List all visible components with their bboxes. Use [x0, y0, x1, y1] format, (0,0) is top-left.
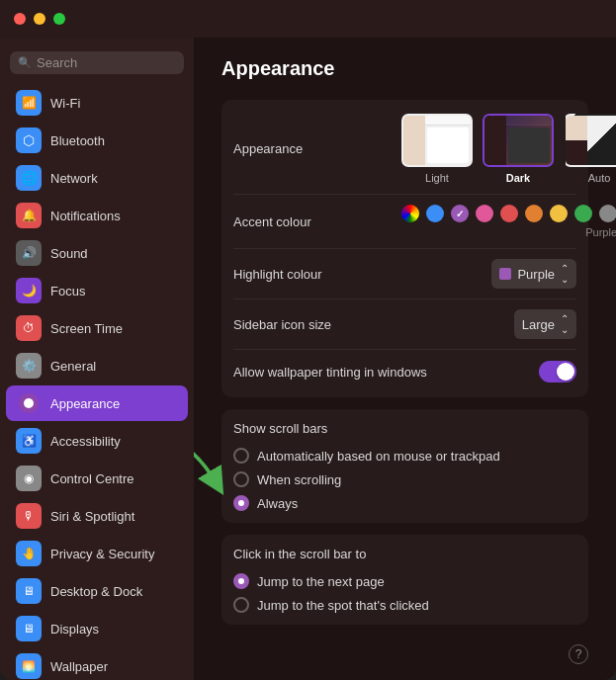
sidebar-label-screentime: Screen Time [50, 321, 123, 336]
sidebar-item-privacy[interactable]: 🤚 Privacy & Security [6, 536, 188, 571]
accent-dot-red[interactable] [500, 205, 518, 222]
sidebar-item-wifi[interactable]: 📶 Wi-Fi [6, 85, 188, 121]
theme-label-light: Light [425, 172, 449, 184]
maximize-button[interactable] [53, 13, 65, 25]
theme-label-dark: Dark [506, 172, 530, 184]
theme-thumb-dark [483, 114, 554, 167]
arrow-annotation [194, 429, 231, 498]
appearance-control: Light Dark [401, 114, 616, 184]
displays-icon: 🖥 [16, 616, 42, 641]
scroll-bars-block: Show scroll bars Automatically based on … [221, 409, 588, 523]
theme-option-dark[interactable]: Dark [483, 114, 554, 184]
appearance-label: Appearance [233, 141, 401, 156]
theme-option-light[interactable]: Light [401, 114, 473, 184]
click-scroll-radio-spot-circle [233, 597, 249, 613]
scroll-radio-always-circle [233, 495, 249, 511]
highlight-setting-row: Highlight colour Purple ⌃⌄ [233, 249, 576, 299]
system-preferences-window: 🔍 Search 📶 Wi-Fi ⬡ Bluetooth 🌐 Network 🔔 [0, 0, 616, 680]
thumb-content-light [427, 128, 469, 163]
sidebar-label-general: General [50, 359, 96, 374]
theme-picker: Light Dark [401, 114, 616, 184]
scroll-radio-when-scrolling[interactable]: When scrolling [233, 471, 576, 487]
scroll-radio-when-scrolling-label: When scrolling [257, 472, 341, 487]
accent-dot-graphite[interactable] [599, 205, 616, 222]
accent-dot-multicolor[interactable] [401, 205, 419, 222]
sidebar-label-controlcentre: Control Centre [50, 471, 134, 486]
wallpaper-tinting-toggle[interactable] [539, 361, 576, 382]
highlight-control: Purple ⌃⌄ [401, 259, 576, 289]
minimize-button[interactable] [34, 13, 45, 25]
accent-dot-purple[interactable] [451, 205, 469, 222]
wallpaper-tinting-label: Allow wallpaper tinting in windows [233, 365, 427, 380]
click-scroll-radio-next-label: Jump to the next page [257, 574, 385, 589]
sidebar-item-appearance[interactable]: Appearance [6, 385, 188, 421]
sidebar-item-general[interactable]: ⚙️ General [6, 348, 188, 383]
click-scroll-radio-spot-label: Jump to the spot that's clicked [257, 598, 429, 613]
help-button[interactable]: ? [569, 644, 588, 664]
sidebar-item-screentime[interactable]: ⏱ Screen Time [6, 310, 188, 346]
sidebar-icon-size-label: Sidebar icon size [233, 317, 401, 332]
sidebar-item-bluetooth[interactable]: ⬡ Bluetooth [6, 123, 188, 158]
sidebar-icon-size-select[interactable]: Large ⌃⌄ [514, 309, 576, 339]
sidebar-item-controlcentre[interactable]: ◉ Control Centre [6, 461, 188, 496]
sidebar-item-sound[interactable]: 🔊 Sound [6, 235, 188, 271]
accent-dot-pink[interactable] [476, 205, 493, 222]
scroll-radio-auto[interactable]: Automatically based on mouse or trackpad [233, 448, 576, 464]
scroll-radio-auto-circle [233, 448, 249, 464]
highlight-select[interactable]: Purple ⌃⌄ [491, 259, 576, 289]
sidebar-item-accessibility[interactable]: ♿ Accessibility [6, 423, 188, 459]
sidebar-label-network: Network [50, 171, 98, 186]
highlight-value: Purple [517, 267, 555, 282]
click-scroll-radio-next-circle [233, 573, 249, 589]
sidebar-item-network[interactable]: 🌐 Network [6, 160, 188, 196]
thumb-topbar-light [425, 116, 471, 126]
close-button[interactable] [14, 13, 26, 25]
thumb-content-dark [508, 128, 550, 163]
accent-control: Purple [401, 205, 616, 238]
sidebar-item-focus[interactable]: 🌙 Focus [6, 273, 188, 308]
accent-dot-orange[interactable] [525, 205, 543, 222]
thumb-sidebar-light [403, 116, 425, 165]
focus-icon: 🌙 [16, 278, 42, 303]
notifications-icon: 🔔 [16, 203, 42, 228]
accent-setting-row: Accent colour [233, 195, 576, 249]
sidebar-item-siri[interactable]: 🎙 Siri & Spotlight [6, 498, 188, 534]
theme-option-auto[interactable]: Auto [564, 114, 616, 184]
sidebar-item-wallpaper[interactable]: 🌅 Wallpaper [6, 648, 188, 680]
thumb-sidebar-auto-d [566, 140, 587, 165]
appearance-icon [16, 390, 42, 416]
sidebar-label-displays: Displays [50, 622, 99, 637]
theme-thumb-auto [564, 114, 616, 167]
accent-section: Purple [401, 205, 616, 238]
desktop-icon: 🖥 [16, 578, 42, 604]
sidebar-label-focus: Focus [50, 284, 85, 298]
click-scroll-radio-spot[interactable]: Jump to the spot that's clicked [233, 597, 576, 613]
thumb-sidebar-dark [484, 116, 506, 165]
sidebar-label-sound: Sound [50, 246, 88, 261]
accent-dot-blue[interactable] [426, 205, 444, 222]
search-placeholder: Search [37, 55, 77, 70]
sidebar-size-chevron: ⌃⌄ [561, 313, 569, 335]
wallpaper-tinting-row: Allow wallpaper tinting in windows [233, 350, 576, 393]
accent-dot-green[interactable] [574, 205, 592, 222]
page-title: Appearance [221, 57, 588, 80]
search-bar[interactable]: 🔍 Search [10, 51, 184, 74]
sidebar-item-notifications[interactable]: 🔔 Notifications [6, 198, 188, 233]
click-scroll-radio-next[interactable]: Jump to the next page [233, 573, 576, 589]
sidebar-label-bluetooth: Bluetooth [50, 133, 105, 148]
accent-dot-yellow[interactable] [550, 205, 568, 222]
sound-icon: 🔊 [16, 240, 42, 266]
accessibility-icon: ♿ [16, 428, 42, 454]
sidebar-label-accessibility: Accessibility [50, 434, 121, 449]
general-icon: ⚙️ [16, 353, 42, 379]
network-icon: 🌐 [16, 165, 42, 191]
sidebar-label-wallpaper: Wallpaper [50, 659, 108, 674]
controlcentre-icon: ◉ [16, 466, 42, 491]
sidebar-item-displays[interactable]: 🖥 Displays [6, 611, 188, 646]
sidebar-label-appearance: Appearance [50, 396, 120, 411]
highlight-swatch [499, 268, 511, 280]
settings-block: Appearance Light [221, 100, 588, 397]
sidebar-icon-size-control: Large ⌃⌄ [401, 309, 576, 339]
sidebar-item-desktop[interactable]: 🖥 Desktop & Dock [6, 573, 188, 609]
scroll-radio-always[interactable]: Always [233, 495, 576, 511]
